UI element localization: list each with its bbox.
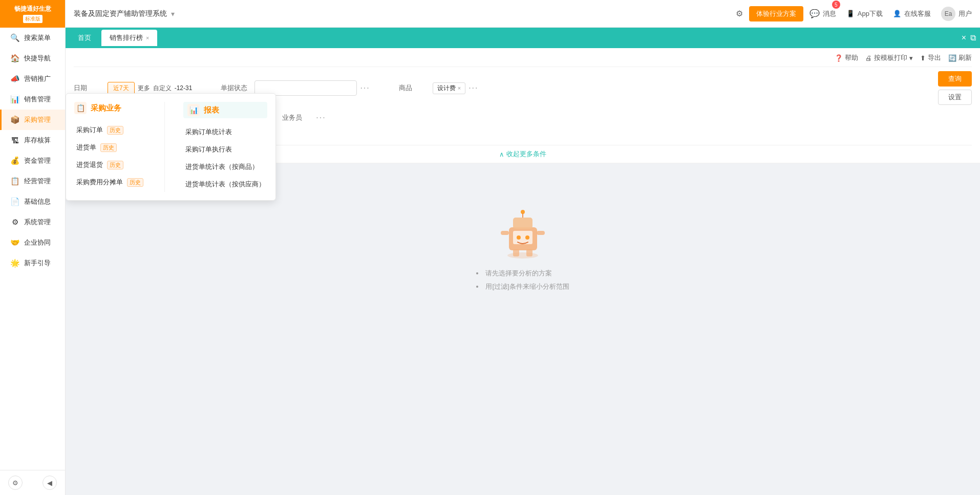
dropdown-item-purchase-receipt[interactable]: 进货单 历史 bbox=[74, 140, 146, 155]
collapse-btn[interactable]: ∧ 收起更多条件 bbox=[499, 149, 546, 159]
svg-point-4 bbox=[525, 235, 529, 240]
service-icon: 👤 bbox=[893, 10, 901, 17]
sidebar-item-search[interactable]: 🔍 搜索菜单 bbox=[0, 28, 65, 48]
export-icon: ⬆ bbox=[920, 54, 926, 62]
avatar: Ea bbox=[941, 7, 955, 21]
purchase-icon: 📦 bbox=[10, 115, 20, 125]
sidebar-item-finance[interactable]: 💰 资金管理 bbox=[0, 150, 65, 171]
notification-group[interactable]: 💬 5 消息 bbox=[809, 9, 836, 18]
industry-btn[interactable]: 体验行业方案 bbox=[749, 6, 803, 21]
sidebar-settings-btn[interactable]: ⚙ bbox=[8, 476, 23, 490]
sidebar-footer: ⚙ ◀ bbox=[0, 470, 65, 495]
date-tag-more[interactable]: 更多 bbox=[138, 84, 150, 93]
svg-point-3 bbox=[517, 235, 521, 240]
tab-close-btn[interactable]: × bbox=[962, 33, 966, 42]
dropdown-item-report-2[interactable]: 进货单统计表（按商品） bbox=[183, 159, 267, 175]
print-btn[interactable]: 🖨 按模板打印 ▾ bbox=[865, 53, 913, 62]
history-badge-0: 历史 bbox=[107, 126, 123, 135]
help-btn[interactable]: ❓ 帮助 bbox=[835, 53, 858, 62]
svg-rect-10 bbox=[513, 249, 519, 256]
tab-restore-btn[interactable]: ⧉ bbox=[970, 33, 976, 42]
sidebar-logo: 畅捷通好生意 标准版 bbox=[0, 0, 65, 28]
sidebar-item-enterprise[interactable]: 🤝 企业协同 bbox=[0, 232, 65, 253]
topbar-settings-icon[interactable]: ⚙ bbox=[736, 9, 743, 18]
logo-badge: 标准版 bbox=[23, 15, 42, 23]
sales-icon: 📊 bbox=[10, 94, 20, 104]
svg-rect-11 bbox=[526, 249, 532, 256]
dropdown-divider bbox=[164, 102, 165, 192]
dropdown-item-report-3[interactable]: 进货单统计表（按供应商） bbox=[183, 177, 267, 192]
history-badge-1: 历史 bbox=[100, 143, 117, 152]
date-tag-7days[interactable]: 近7天 bbox=[108, 82, 135, 95]
query-btn[interactable]: 查询 bbox=[938, 71, 972, 87]
staff-dots[interactable]: ··· bbox=[316, 113, 326, 122]
collapse-up-icon: ∧ bbox=[499, 150, 504, 158]
basic-icon: 📄 bbox=[10, 197, 20, 207]
export-btn[interactable]: ⬆ 导出 bbox=[920, 53, 941, 62]
online-service-group[interactable]: 👤 在线客服 bbox=[893, 9, 931, 18]
date-range: -12-31 bbox=[175, 84, 193, 92]
sidebar-item-sales[interactable]: 📊 销售管理 bbox=[0, 89, 65, 110]
finance-icon: 💰 bbox=[10, 156, 20, 166]
empty-tips: 请先选择要分析的方案 用[过滤]条件来缩小分析范围 bbox=[476, 267, 569, 293]
operation-icon: 📋 bbox=[10, 176, 20, 186]
purchase-col-header: 📋 采购业务 bbox=[74, 102, 146, 116]
svg-rect-8 bbox=[501, 231, 509, 235]
sidebar-item-quick-nav[interactable]: 🏠 快捷导航 bbox=[0, 48, 65, 69]
sidebar-nav: 🔍 搜索菜单 🏠 快捷导航 📣 营销推广 📊 销售管理 📦 采购管理 🏗 库存核… bbox=[0, 28, 65, 470]
user-group[interactable]: Ea 用户 bbox=[941, 7, 972, 21]
sidebar-item-inventory[interactable]: 🏗 库存核算 bbox=[0, 130, 65, 150]
staff-label: 业务员 bbox=[282, 113, 313, 122]
purchase-col: 📋 采购业务 采购订单 历史 进货单 历史 进货退货 历史 采购费用分摊单 bbox=[74, 102, 146, 192]
notification-icon: 💬 bbox=[809, 9, 820, 18]
inventory-icon: 🏗 bbox=[10, 135, 20, 145]
purchase-dropdown-menu: 📋 采购业务 采购订单 历史 进货单 历史 进货退货 历史 采购费用分摊单 bbox=[66, 93, 276, 201]
dropdown-item-purchase-order[interactable]: 采购订单 历史 bbox=[74, 122, 146, 138]
sidebar-collapse-btn[interactable]: ◀ bbox=[42, 476, 57, 490]
svg-point-0 bbox=[507, 252, 538, 259]
notification-badge: 5 bbox=[832, 1, 840, 9]
topbar: 装备及固定资产辅助管理系统 ▾ ⚙ 体验行业方案 💬 5 消息 📱 App下载 … bbox=[66, 0, 980, 28]
svg-rect-2 bbox=[513, 231, 532, 244]
sidebar-item-marketing[interactable]: 📣 营销推广 bbox=[0, 69, 65, 89]
topbar-dropdown-icon[interactable]: ▾ bbox=[171, 10, 175, 18]
report-col: 📊 报表 采购订单统计表 采购订单执行表 进货单统计表（按商品） 进货单统计表（… bbox=[183, 102, 267, 192]
date-label: 日期 bbox=[74, 83, 104, 93]
goods-chip: 设计费 × bbox=[433, 82, 465, 94]
sidebar-item-guide[interactable]: 🌟 新手引导 bbox=[0, 253, 65, 273]
history-badge-2: 历史 bbox=[107, 161, 123, 169]
topbar-title: 装备及固定资产辅助管理系统 ▾ bbox=[74, 9, 730, 18]
sidebar-item-basic[interactable]: 📄 基础信息 bbox=[0, 191, 65, 212]
tab-close-icon[interactable]: × bbox=[146, 35, 149, 41]
sidebar-item-purchase[interactable]: 📦 采购管理 bbox=[0, 110, 65, 130]
report-col-header: 📊 报表 bbox=[183, 102, 267, 118]
phone-icon: 📱 bbox=[846, 10, 855, 17]
dropdown-item-report-0[interactable]: 采购订单统计表 bbox=[183, 124, 267, 140]
sidebar-item-system[interactable]: ⚙ 系统管理 bbox=[0, 212, 65, 232]
print-icon: 🖨 bbox=[865, 54, 872, 62]
app-download-group[interactable]: 📱 App下载 bbox=[846, 9, 883, 18]
sidebar-item-operation[interactable]: 📋 经营管理 bbox=[0, 171, 65, 191]
purchase-col-icon: 📋 bbox=[74, 102, 87, 114]
main-area: 装备及固定资产辅助管理系统 ▾ ⚙ 体验行业方案 💬 5 消息 📱 App下载 … bbox=[66, 0, 980, 495]
settings-filter-btn[interactable]: 设置 bbox=[938, 90, 972, 105]
refresh-icon: 🔄 bbox=[948, 54, 956, 62]
search-icon: 🔍 bbox=[10, 33, 20, 43]
date-tag-custom[interactable]: 自定义 bbox=[153, 84, 172, 93]
tab-sales-ranking[interactable]: 销售排行榜 × bbox=[101, 30, 157, 46]
topbar-right: 💬 5 消息 📱 App下载 👤 在线客服 Ea 用户 bbox=[809, 7, 972, 21]
dropdown-item-purchase-return[interactable]: 进货退货 历史 bbox=[74, 157, 146, 173]
help-icon: ❓ bbox=[835, 54, 843, 62]
goods-dots[interactable]: ··· bbox=[468, 83, 478, 93]
dropdown-item-purchase-expense[interactable]: 采购费用分摊单 历史 bbox=[74, 175, 146, 190]
print-dropdown-icon[interactable]: ▾ bbox=[909, 54, 913, 62]
dropdown-item-report-1[interactable]: 采购订单执行表 bbox=[183, 142, 267, 157]
tabs-right: × ⧉ bbox=[962, 33, 976, 42]
report-col-icon: 📊 bbox=[187, 104, 200, 116]
svg-rect-9 bbox=[537, 231, 545, 235]
tab-home[interactable]: 首页 bbox=[70, 30, 99, 46]
voucher-status-dots[interactable]: ··· bbox=[360, 83, 370, 93]
sidebar: 畅捷通好生意 标准版 🔍 搜索菜单 🏠 快捷导航 📣 营销推广 📊 销售管理 📦… bbox=[0, 0, 66, 495]
refresh-btn[interactable]: 🔄 刷新 bbox=[948, 53, 972, 62]
goods-chip-close[interactable]: × bbox=[458, 85, 461, 91]
